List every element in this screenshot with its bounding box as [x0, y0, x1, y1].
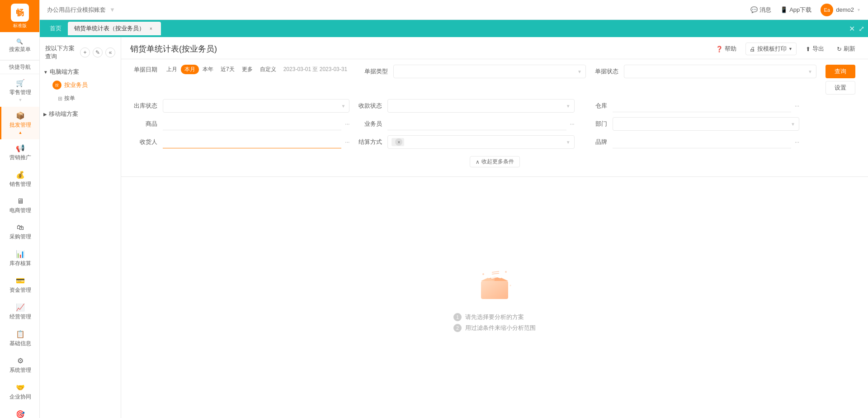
sidebar-item-enterprise[interactable]: 🤝 企业协同 — [0, 379, 39, 405]
doc-type-select[interactable]: ▼ — [393, 65, 586, 78]
date-this-month[interactable]: 本月 — [181, 65, 199, 74]
close-window-button[interactable]: ✕ — [849, 24, 855, 33]
sidebar-item-system[interactable]: ⚙ 系统管理 — [0, 352, 39, 379]
arrow-icon: ▼ — [19, 98, 23, 102]
salesperson-ellipsis[interactable]: ··· — [570, 121, 575, 127]
desktop-scheme-label: 电脑端方案 — [50, 68, 79, 76]
sidebar-item-ecommerce[interactable]: 🖥 电商管理 — [0, 193, 39, 219]
settlement-tag: × — [392, 138, 404, 146]
help-button[interactable]: ❓ 帮助 — [712, 43, 740, 55]
page-title: 销货单统计表(按业务员) — [130, 43, 217, 54]
goods-input[interactable] — [163, 118, 341, 130]
page-header-actions: ❓ 帮助 🖨 按模板打印 ▼ ⬆ 导出 ↻ 刷新 — [712, 43, 859, 55]
tab-sales-stat[interactable]: 销货单统计表（按业务员） × — [68, 22, 161, 35]
print-button[interactable]: 🖨 按模板打印 ▼ — [745, 43, 797, 55]
breadcrumb: 办公用品行业模拟账套 — [47, 6, 106, 14]
empty-tips: 1 请先选择要分析的方案 2 用过滤条件来缩小分析范围 — [453, 313, 536, 335]
topbar: 办公用品行业模拟账套 ▼ 💬 消息 📱 App下载 Ea demo2 ▼ — [40, 0, 868, 20]
export-button[interactable]: ⬆ 导出 — [802, 43, 828, 55]
operations-icon: 📈 — [16, 303, 25, 312]
mobile-scheme-header[interactable]: ▶ 移动端方案 — [40, 108, 121, 120]
svg-point-8 — [482, 273, 484, 275]
date-last-7-days[interactable]: 近7天 — [217, 65, 238, 74]
tip-text-1: 请先选择要分析的方案 — [465, 313, 524, 321]
out-status-select[interactable]: ▼ — [163, 99, 349, 113]
refresh-button[interactable]: ↻ 刷新 — [833, 43, 859, 55]
search-menu-section: 🔍 搜索菜单 — [0, 32, 39, 60]
sidebar-item-wholesale[interactable]: 📦 批发管理 ▲ — [0, 107, 39, 139]
mobile-expand-icon: ▶ — [43, 112, 47, 117]
brand-input[interactable] — [613, 136, 791, 148]
collapse-icon: ∧ — [476, 159, 480, 165]
date-more[interactable]: 更多 — [238, 65, 256, 74]
date-filter: 上月 本月 本年 近7天 更多 自定义 2023-03-01 至 2023-03… — [163, 65, 347, 74]
sidebar-item-inventory[interactable]: 📊 库存核算 — [0, 245, 39, 272]
tab-home[interactable]: 首页 — [43, 22, 68, 35]
settlement-dropdown-icon: ▼ — [566, 140, 571, 145]
sidebar-item-retail[interactable]: 🛒 零售管理 ▼ — [0, 74, 39, 107]
app-download-button[interactable]: 📱 App下载 — [780, 6, 811, 14]
settings-button[interactable]: 设置 — [826, 81, 855, 95]
retail-icon: 🛒 — [16, 79, 25, 87]
right-panel: 销货单统计表(按业务员) ❓ 帮助 🖨 按模板打印 ▼ ⬆ 导出 — [121, 37, 868, 418]
page-header: 销货单统计表(按业务员) ❓ 帮助 🖨 按模板打印 ▼ ⬆ 导出 — [121, 37, 868, 59]
collapse-filters-button[interactable]: ∧ 收起更多条件 — [470, 156, 520, 167]
phone-icon: 📱 — [780, 6, 788, 13]
warehouse-ellipsis[interactable]: ··· — [795, 103, 799, 109]
export-icon: ⬆ — [806, 46, 811, 52]
brand-ellipsis[interactable]: ··· — [795, 139, 799, 145]
avatar: Ea — [821, 4, 833, 16]
tabbar: 首页 销货单统计表（按业务员） × ✕ ⤢ — [40, 20, 868, 37]
scheme-icon-text: 按 — [55, 83, 59, 88]
sidebar-item-sales[interactable]: 💰 销售管理 — [0, 166, 39, 193]
ecommerce-label: 电商管理 — [9, 207, 31, 214]
settlement-select[interactable]: × ▼ — [387, 135, 574, 149]
date-last-month[interactable]: 上月 — [163, 65, 181, 74]
scheme-item-salesperson[interactable]: 按 按业务员 — [40, 78, 121, 92]
salesperson-input[interactable] — [387, 118, 566, 130]
receiver-ellipsis[interactable]: ··· — [345, 139, 349, 145]
desktop-scheme-header[interactable]: ▼ 电脑端方案 — [40, 66, 121, 78]
sidebar-item-finance[interactable]: 💳 资金管理 — [0, 272, 39, 299]
sidebar-item-purchase[interactable]: 🛍 采购管理 — [0, 219, 39, 245]
empty-state: 1 请先选择要分析的方案 2 用过滤条件来缩小分析范围 — [121, 177, 868, 418]
print-icon: 🖨 — [750, 46, 755, 52]
message-button[interactable]: 💬 消息 — [750, 6, 771, 14]
svg-rect-0 — [481, 281, 508, 299]
add-scheme-button[interactable]: + — [80, 48, 90, 57]
scheme-label-salesperson: 按业务员 — [64, 81, 88, 89]
refresh-icon: ↻ — [837, 46, 842, 52]
tab-close-button[interactable]: × — [147, 25, 155, 32]
marketing-label: 营销推广 — [9, 154, 31, 162]
receipt-status-select[interactable]: ▼ — [387, 99, 574, 113]
sidebar-item-operations[interactable]: 📈 经营管理 — [0, 299, 39, 325]
edit-scheme-button[interactable]: ✎ — [93, 48, 103, 57]
date-custom[interactable]: 自定义 — [256, 65, 280, 74]
search-menu-button[interactable]: 🔍 搜索菜单 — [3, 36, 37, 56]
empty-tip-1: 1 请先选择要分析的方案 — [453, 313, 536, 321]
goods-ellipsis[interactable]: ··· — [345, 121, 349, 127]
logo-text: 标准版 — [13, 23, 27, 28]
collapse-panel-button[interactable]: « — [105, 48, 115, 57]
settlement-clear-button[interactable]: × — [395, 138, 402, 146]
search-label: 搜索菜单 — [9, 46, 31, 53]
sidebar-item-basic[interactable]: 📋 基础信息 — [0, 325, 39, 352]
sidebar-item-marketing[interactable]: 📢 营销推广 — [0, 139, 39, 166]
warehouse-input[interactable] — [613, 100, 791, 112]
maximize-button[interactable]: ⤢ — [859, 24, 864, 33]
receiver-input[interactable] — [163, 136, 341, 148]
mobile-scheme-label: 移动端方案 — [49, 110, 78, 118]
sidebar-item-newbie[interactable]: 🎯 新手引导 — [0, 405, 39, 418]
date-this-year[interactable]: 本年 — [199, 65, 217, 74]
breadcrumb-arrow: ▼ — [109, 6, 115, 13]
scheme-sub-item-order[interactable]: ⊞ 按单 — [40, 92, 121, 104]
query-button[interactable]: 查询 — [826, 65, 855, 78]
department-dropdown-icon: ▼ — [791, 122, 795, 127]
basic-icon: 📋 — [16, 330, 25, 338]
user-profile[interactable]: Ea demo2 ▼ — [821, 4, 861, 16]
quick-nav-section: 快捷导航 — [0, 60, 39, 74]
svg-point-9 — [505, 271, 507, 273]
doc-status-select[interactable]: ▼ — [624, 65, 816, 78]
department-select[interactable]: ▼ — [613, 117, 799, 131]
content-area: 按以下方案查询 + ✎ « ▼ 电脑端方案 按 按业务员 — [40, 37, 868, 418]
